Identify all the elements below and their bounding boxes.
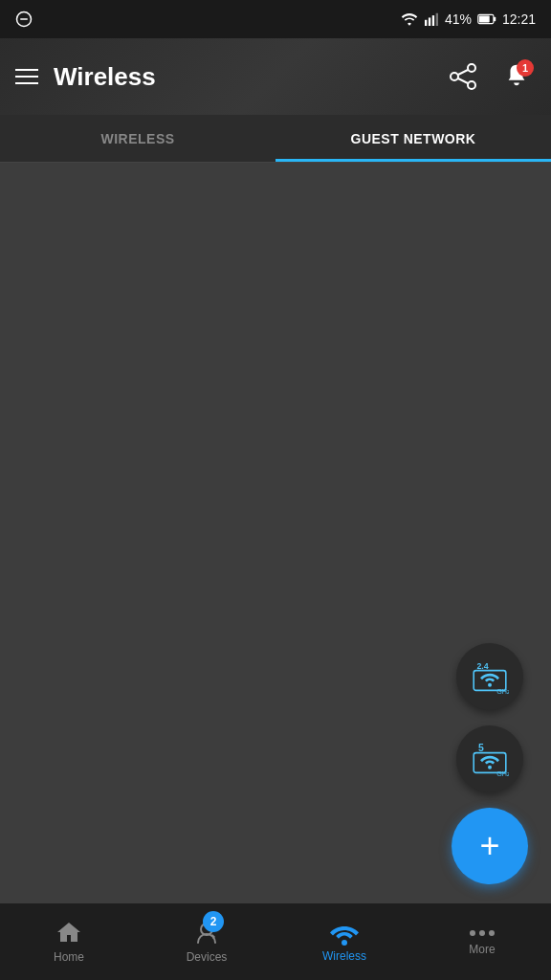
wifi-status-icon <box>401 12 418 26</box>
tabs-container: WIRELESS GUEST NETWORK <box>0 115 551 163</box>
minus-circle-icon <box>15 11 33 28</box>
wifi-5ghz-icon: 5 GHz <box>471 742 509 776</box>
more-icon <box>469 927 496 939</box>
header-left: Wireless <box>15 62 156 92</box>
share-button[interactable] <box>444 57 482 96</box>
add-icon: + <box>479 829 499 863</box>
svg-point-15 <box>488 683 492 687</box>
wireless-icon <box>330 921 359 946</box>
nav-wireless[interactable]: Wireless <box>276 903 413 980</box>
wifi-24ghz-icon: 2.4 GHz <box>471 659 509 694</box>
nav-home[interactable]: Home <box>0 903 138 980</box>
battery-icon <box>477 13 496 25</box>
nav-wireless-label: Wireless <box>322 949 366 963</box>
status-bar: 41% 12:21 <box>0 0 551 38</box>
battery-percent: 41% <box>445 11 472 27</box>
svg-text:GHz: GHz <box>496 687 509 694</box>
page-title: Wireless <box>54 62 156 92</box>
fab-add-button[interactable]: + <box>452 808 528 884</box>
fab-24ghz-button[interactable]: 2.4 GHz <box>456 643 523 710</box>
nav-devices-label: Devices <box>187 950 228 964</box>
svg-text:5: 5 <box>478 743 484 753</box>
svg-point-26 <box>489 930 495 936</box>
svg-line-12 <box>458 70 468 75</box>
app-header: Wireless 1 <box>0 38 551 115</box>
svg-rect-3 <box>429 17 430 26</box>
header-right: 1 <box>444 57 536 96</box>
time-display: 12:21 <box>502 11 536 27</box>
svg-rect-4 <box>432 15 434 26</box>
nav-devices[interactable]: 2 Devices <box>138 903 276 980</box>
svg-point-11 <box>468 81 475 89</box>
svg-point-24 <box>470 930 475 936</box>
svg-text:GHz: GHz <box>496 769 509 776</box>
devices-badge: 2 <box>203 911 224 932</box>
tab-guest-network[interactable]: GUEST NETWORK <box>276 115 551 162</box>
svg-point-9 <box>468 64 475 72</box>
svg-text:2.4: 2.4 <box>476 661 488 671</box>
main-content: 2.4 GHz 5 GHz + <box>0 163 551 903</box>
fab-container: 2.4 GHz 5 GHz + <box>452 643 528 884</box>
svg-rect-2 <box>425 20 427 26</box>
status-bar-left <box>15 11 33 28</box>
svg-point-23 <box>342 940 347 946</box>
bottom-nav: Home 2 Devices Wireless More <box>0 903 551 980</box>
home-icon <box>55 920 82 947</box>
svg-rect-5 <box>436 13 438 26</box>
svg-line-13 <box>458 78 468 83</box>
svg-point-10 <box>451 73 458 80</box>
notification-button[interactable]: 1 <box>497 57 536 96</box>
tab-wireless[interactable]: WIRELESS <box>0 115 276 162</box>
svg-point-19 <box>488 766 492 769</box>
nav-home-label: Home <box>54 950 84 964</box>
svg-rect-8 <box>479 16 490 23</box>
status-bar-right: 41% 12:21 <box>401 11 536 27</box>
menu-button[interactable] <box>15 69 38 84</box>
nav-more-label: More <box>469 943 495 956</box>
svg-rect-7 <box>494 17 496 22</box>
nav-more[interactable]: More <box>413 903 551 980</box>
signal-icon <box>424 12 439 26</box>
fab-5ghz-button[interactable]: 5 GHz <box>456 725 523 792</box>
svg-point-25 <box>479 930 485 936</box>
notification-badge: 1 <box>517 59 534 77</box>
share-icon <box>449 62 477 91</box>
